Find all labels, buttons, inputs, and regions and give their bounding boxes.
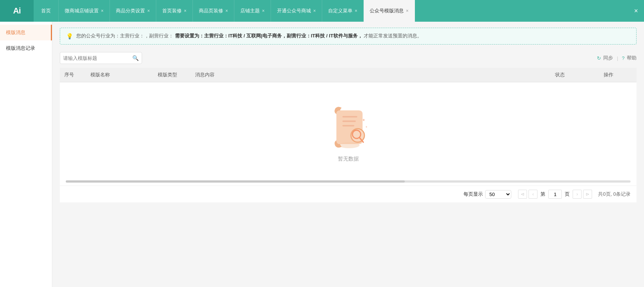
total-info: 共0页, 0条记录 <box>598 191 631 198</box>
page-unit: 页 <box>565 191 570 198</box>
nav-tab-templatemsg[interactable]: 公众号模版消息 × <box>364 0 415 22</box>
nav-tab-theme-close[interactable]: × <box>262 8 265 13</box>
nav-tab-wechatshop-close[interactable]: × <box>313 8 316 13</box>
nav-tab-wshop-label: 微商城店铺设置 <box>65 7 99 14</box>
empty-state: ✦ ✦ 暂无数据 <box>60 82 637 177</box>
app-logo: Ai <box>0 0 34 22</box>
nav-tab-productpage-close[interactable]: × <box>225 8 228 13</box>
svg-text:✦: ✦ <box>365 125 368 129</box>
empty-text: 暂无数据 <box>60 156 637 162</box>
empty-state-row: ✦ ✦ 暂无数据 <box>60 82 637 178</box>
nav-tab-theme-label: 店铺主题 <box>240 7 260 14</box>
nav-tab-productpage-label: 商品页装修 <box>199 7 223 14</box>
per-page-label: 每页显示 <box>463 191 483 198</box>
top-navigation: Ai 首页 微商城店铺设置 × 商品分类设置 × 首页装修 × 商品页装修 × … <box>0 0 644 22</box>
col-header-type: 模版类型 <box>153 68 191 82</box>
toolbar-left: 🔍 <box>60 52 142 64</box>
notice-suffix: 才能正常发送预置的消息。 <box>364 33 422 39</box>
help-icon: ? <box>622 55 625 61</box>
template-table: 序号 模版名称 模版类型 消息内容 状态 操作 <box>60 68 637 177</box>
nav-tab-wshop-close[interactable]: × <box>101 8 104 13</box>
nav-tab-templatemsg-label: 公众号模版消息 <box>370 7 404 14</box>
col-header-action: 操作 <box>599 68 637 82</box>
nav-tab-custommenu-label: 自定义菜单 <box>328 7 352 14</box>
nav-tab-home-label: 首页 <box>41 7 51 14</box>
nav-tab-category-close[interactable]: × <box>147 8 150 13</box>
nav-tab-wechatshop-label: 开通公众号商城 <box>277 7 311 14</box>
pagination: 每页显示 50 10 20 100 ⊲ ‹ 第 页 › ⊳ 共0页, 0条记录 <box>60 186 637 202</box>
per-page-select[interactable]: 50 10 20 100 <box>485 190 511 199</box>
col-header-name: 模版名称 <box>86 68 153 82</box>
toolbar-right: ↻ 同步 | ? 帮助 <box>597 55 637 61</box>
close-all-tabs-button[interactable]: × <box>628 7 644 15</box>
content-area: 💡 您的公众号行业为：主营行业：，副营行业： 需要设置为：主营行业：IT科技 /… <box>52 22 644 287</box>
empty-icon: ✦ ✦ <box>326 105 371 150</box>
svg-rect-1 <box>342 116 357 117</box>
nav-tab-theme[interactable]: 店铺主题 × <box>234 0 271 22</box>
toolbar-divider: | <box>617 55 618 61</box>
svg-rect-3 <box>342 125 354 126</box>
last-page-button[interactable]: ⊳ <box>583 190 592 199</box>
help-label[interactable]: 帮助 <box>627 55 637 61</box>
next-page-button[interactable]: › <box>573 190 582 199</box>
scrollbar-row <box>60 177 637 186</box>
sidebar: 模版消息 模版消息记录 <box>0 22 52 287</box>
col-header-status: 状态 <box>551 68 599 82</box>
sync-icon: ↻ <box>597 55 601 61</box>
per-page-control: 每页显示 50 10 20 100 <box>463 190 511 199</box>
nav-tab-custommenu-close[interactable]: × <box>355 8 357 13</box>
table-header-row: 序号 模版名称 模版类型 消息内容 状态 操作 <box>60 68 637 82</box>
toolbar: 🔍 ↻ 同步 | ? 帮助 <box>60 52 637 64</box>
notice-highlight: 需要设置为：主营行业：IT科技 / 互联网|电子商务，副营行业：IT科技 / I… <box>175 33 363 39</box>
nav-tab-wechatshop[interactable]: 开通公众号商城 × <box>271 0 322 22</box>
nav-tab-templatemsg-close[interactable]: × <box>406 8 409 13</box>
nav-tab-homepage-close[interactable]: × <box>184 8 187 13</box>
notice-box: 💡 您的公众号行业为：主营行业：，副营行业： 需要设置为：主营行业：IT科技 /… <box>60 28 637 45</box>
nav-tab-category-label: 商品分类设置 <box>116 7 145 14</box>
main-layout: 模版消息 模版消息记录 💡 您的公众号行业为：主营行业：，副营行业： 需要设置为… <box>0 22 644 287</box>
col-header-content: 消息内容 <box>191 68 551 82</box>
nav-tab-custommenu[interactable]: 自定义菜单 × <box>322 0 364 22</box>
nav-tab-wshop[interactable]: 微商城店铺设置 × <box>59 0 110 22</box>
search-box: 🔍 <box>60 52 142 64</box>
nav-tab-home[interactable]: 首页 <box>34 0 59 22</box>
nav-tabs-container: 首页 微商城店铺设置 × 商品分类设置 × 首页装修 × 商品页装修 × 店铺主… <box>34 0 628 22</box>
col-header-seq: 序号 <box>60 68 86 82</box>
nav-tab-homepage[interactable]: 首页装修 × <box>156 0 193 22</box>
search-input[interactable] <box>63 55 132 61</box>
svg-rect-2 <box>342 120 356 122</box>
page-label: 第 <box>540 191 545 198</box>
bulb-icon: 💡 <box>66 33 73 40</box>
nav-tab-productpage[interactable]: 商品页装修 × <box>193 0 234 22</box>
svg-text:✦: ✦ <box>362 117 366 123</box>
first-page-button[interactable]: ⊲ <box>518 190 527 199</box>
search-icon[interactable]: 🔍 <box>132 55 139 61</box>
scrollbar-thumb[interactable] <box>66 180 405 183</box>
sidebar-item-template-msg-record[interactable]: 模版消息记录 <box>0 40 52 56</box>
nav-tab-category[interactable]: 商品分类设置 × <box>110 0 156 22</box>
sync-label[interactable]: 同步 <box>603 55 613 61</box>
horizontal-scrollbar[interactable] <box>66 180 631 183</box>
page-number-input[interactable] <box>548 190 562 199</box>
prev-page-button[interactable]: ‹ <box>529 190 537 199</box>
nav-tab-homepage-label: 首页装修 <box>162 7 182 14</box>
notice-prefix: 您的公众号行业为：主营行业：，副营行业： <box>76 33 173 39</box>
page-navigation: ⊲ ‹ 第 页 › ⊳ 共0页, 0条记录 <box>518 190 631 199</box>
sidebar-item-template-msg[interactable]: 模版消息 <box>0 25 52 40</box>
